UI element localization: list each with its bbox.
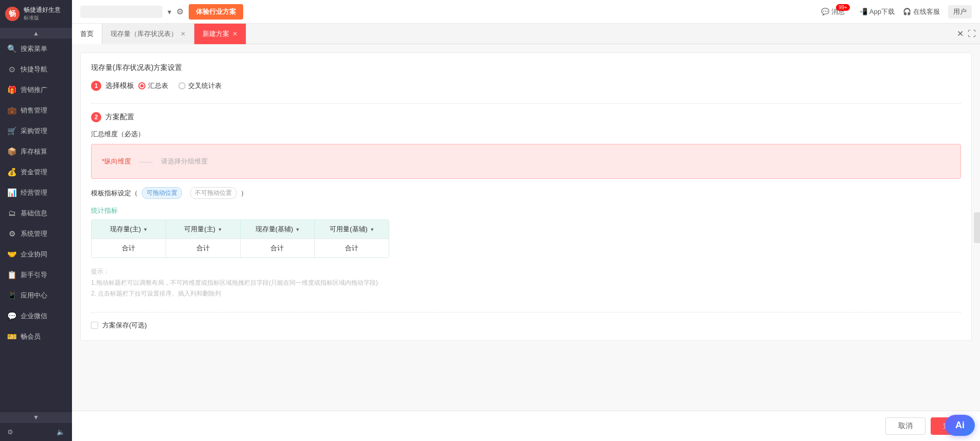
- message-icon: 💬: [821, 8, 829, 15]
- newbie-icon: 📋: [7, 270, 16, 280]
- stats-table: 现存量(主) ▾ 可用量(主) ▾ 现存量(基辅) ▾: [91, 219, 389, 258]
- tab-new-scheme[interactable]: 新建方案 ✕: [194, 24, 246, 44]
- sidebar-settings-icon[interactable]: ⚙: [7, 428, 13, 436]
- app-download-button[interactable]: 📲 App下载: [859, 7, 895, 16]
- stats-header-col0[interactable]: 现存量(主) ▾: [92, 220, 166, 238]
- tab-close-button[interactable]: ✕: [957, 29, 964, 39]
- stats-col0-label: 现存量(主): [110, 225, 141, 234]
- sidebar-item-app-center[interactable]: 📱 应用中心: [0, 285, 72, 306]
- topbar-right: 💬 消息 99+ 📲 App下载 🎧 在线客服 用户: [821, 5, 972, 19]
- stats-data-col1: 合计: [166, 238, 241, 258]
- sidebar-label-system: 系统管理: [21, 229, 47, 238]
- marketing-icon: 🎁: [7, 85, 16, 95]
- sidebar-item-system[interactable]: ⚙ 系统管理: [0, 224, 72, 244]
- sidebar-item-finance[interactable]: 💰 资金管理: [0, 162, 72, 182]
- sidebar-label-marketing: 营销推广: [21, 85, 47, 95]
- tabbar: 首页 现存量（库存状况表） ✕ 新建方案 ✕ ✕ ⛶: [72, 24, 980, 44]
- message-button[interactable]: 💬 消息 99+: [821, 7, 845, 16]
- sidebar-item-member[interactable]: 🎫 畅会员: [0, 326, 72, 347]
- chevron-col1: ▾: [219, 226, 222, 233]
- basic-info-icon: 🗂: [7, 209, 16, 217]
- sidebar-label-search-menu: 搜索菜单: [21, 44, 47, 53]
- stats-header-col3[interactable]: 可用量(基辅) ▾: [315, 220, 389, 238]
- purchase-icon: 🛒: [7, 126, 16, 136]
- sidebar-logo: 畅 畅捷通好生意 标准版: [0, 0, 72, 28]
- sidebar-item-wechat[interactable]: 💬 企业微信: [0, 306, 72, 326]
- topbar-gear-button[interactable]: ⚙: [176, 7, 184, 16]
- app-download-label: App下载: [869, 7, 895, 16]
- no-drag-badge: 不可拖动位置: [190, 187, 237, 199]
- content-area: 现存量(库存状况表)方案设置 1 选择模板 汇总表 交叉统计表: [72, 44, 980, 411]
- sidebar-item-newbie[interactable]: 📋 新手引导: [0, 265, 72, 285]
- cancel-button[interactable]: 取消: [885, 417, 925, 435]
- stats-data-col2: 合计: [241, 238, 315, 258]
- app-center-icon: 📱: [7, 291, 16, 300]
- stats-col2-label: 现存量(基辅): [256, 225, 294, 234]
- page-title: 现存量(库存状况表)方案设置: [91, 63, 961, 72]
- sidebar-audio-icon[interactable]: 🔈: [57, 428, 65, 436]
- user-menu[interactable]: 用户: [948, 5, 972, 19]
- tab-home-label: 首页: [80, 29, 94, 39]
- tab-home[interactable]: 首页: [72, 24, 102, 44]
- chevron-col0: ▾: [144, 226, 147, 233]
- sidebar-label-sales: 销售管理: [21, 106, 47, 115]
- stats-header-col2[interactable]: 现存量(基辅) ▾: [241, 220, 315, 238]
- step2-badge: 2: [91, 112, 101, 122]
- tip2: 2. 点击标题栏下拉可设置排序、插入列和删除列: [91, 288, 961, 300]
- indicator-close-text: ）: [241, 189, 247, 198]
- service-icon: 🎧: [903, 8, 911, 15]
- sales-icon: 💼: [7, 106, 16, 115]
- sidebar-item-operations[interactable]: 📊 经营管理: [0, 182, 72, 203]
- message-badge: 99+: [836, 4, 850, 11]
- sidebar-item-quick-nav[interactable]: ⊙ 快捷导航: [0, 59, 72, 80]
- step2-header: 2 方案配置: [91, 112, 961, 122]
- tab-expand-button[interactable]: ⛶: [968, 29, 976, 39]
- step2-title: 方案配置: [105, 113, 134, 122]
- stats-data-row: 合计 合计 合计 合计: [92, 238, 389, 258]
- save-checkbox[interactable]: [91, 322, 98, 329]
- sidebar-item-purchase[interactable]: 🛒 采购管理: [0, 121, 72, 141]
- dimension-dash: ——: [139, 158, 153, 166]
- radio-summary[interactable]: 汇总表: [138, 81, 168, 90]
- divider2: [91, 312, 961, 313]
- step1-title: 选择模板: [105, 81, 134, 90]
- right-scroll-handle[interactable]: [974, 212, 980, 243]
- sidebar-nav: 🔍 搜索菜单 ⊙ 快捷导航 🎁 营销推广 💼 销售管理 🛒 采购管理 📦 库存核…: [0, 39, 72, 412]
- step1-badge: 1: [91, 81, 101, 91]
- save-option: 方案保存(可选): [91, 321, 961, 330]
- sidebar-item-search-menu[interactable]: 🔍 搜索菜单: [0, 39, 72, 59]
- tab-inventory-close[interactable]: ✕: [180, 30, 186, 38]
- sidebar-item-basic-info[interactable]: 🗂 基础信息: [0, 203, 72, 224]
- main-area: ▾ ⚙ 体验行业方案 💬 消息 99+ 📲 App下载 🎧 在线客服 用户: [72, 0, 980, 441]
- dimension-placeholder[interactable]: 请选择分组维度: [161, 157, 208, 166]
- stats-header-col1[interactable]: 可用量(主) ▾: [166, 220, 241, 238]
- tab-new-scheme-close[interactable]: ✕: [232, 30, 238, 38]
- sidebar-scroll-up[interactable]: ▲: [0, 28, 72, 39]
- sidebar-item-marketing[interactable]: 🎁 营销推广: [0, 80, 72, 100]
- sidebar-label-inventory: 库存核算: [21, 147, 47, 156]
- dimension-row: *纵向维度 —— 请选择分组维度: [102, 157, 950, 166]
- sidebar-label-purchase: 采购管理: [21, 126, 47, 136]
- tab-inventory-status[interactable]: 现存量（库存状况表） ✕: [102, 24, 194, 44]
- stats-section: 统计指标 现存量(主) ▾ 可用量(主) ▾: [91, 206, 961, 258]
- divider1: [91, 103, 961, 104]
- sidebar-scroll-down[interactable]: ▼: [0, 412, 72, 422]
- finance-icon: 💰: [7, 168, 16, 177]
- trial-btn[interactable]: 体验行业方案: [189, 4, 243, 20]
- stats-col1-label: 可用量(主): [184, 225, 215, 234]
- sidebar-label-quick-nav: 快捷导航: [21, 65, 47, 74]
- app-name: 畅捷通好生意: [24, 6, 61, 14]
- search-input[interactable]: [80, 6, 162, 18]
- stats-header-row: 现存量(主) ▾ 可用量(主) ▾ 现存量(基辅) ▾: [92, 220, 389, 238]
- tips-title: 提示：: [91, 266, 961, 278]
- sidebar-item-enterprise[interactable]: 🤝 企业协同: [0, 244, 72, 265]
- ai-badge[interactable]: Ai: [945, 415, 975, 436]
- topbar-dropdown-button[interactable]: ▾: [168, 8, 171, 16]
- dimension-area: *纵向维度 —— 请选择分组维度: [91, 144, 961, 179]
- radio-cross[interactable]: 交叉统计表: [178, 81, 222, 90]
- enterprise-icon: 🤝: [7, 250, 16, 259]
- sidebar-item-inventory[interactable]: 📦 库存核算: [0, 141, 72, 162]
- topbar: ▾ ⚙ 体验行业方案 💬 消息 99+ 📲 App下载 🎧 在线客服 用户: [72, 0, 980, 24]
- online-service-button[interactable]: 🎧 在线客服: [903, 7, 940, 16]
- sidebar-item-sales[interactable]: 💼 销售管理: [0, 100, 72, 121]
